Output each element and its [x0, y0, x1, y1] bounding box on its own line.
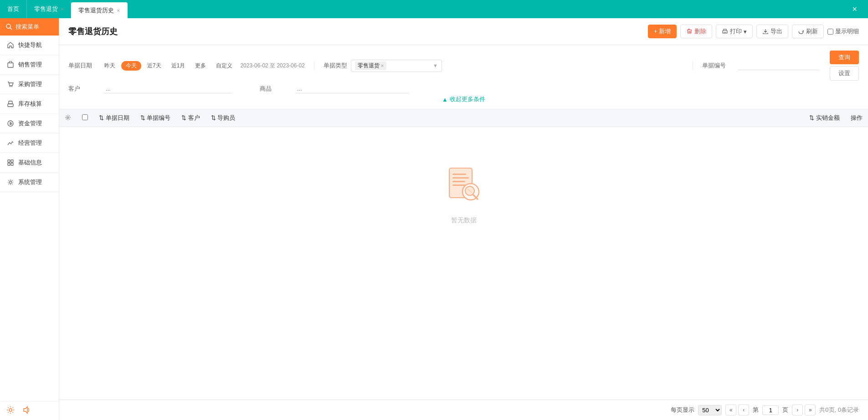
- sidebar-item-inventory-label: 库存核算: [18, 100, 42, 108]
- volume-icon[interactable]: [22, 406, 30, 415]
- date-filter-buttons: 昨天 今天 近7天 近1月 更多 自定义 2023-06-02 至 2023-0…: [100, 61, 305, 71]
- date-btn-custom[interactable]: 自定义: [212, 61, 236, 71]
- table-area: ⇅ 单据日期 ⇅ 单据编号 ⇅ 客户 ⇅ 导购员 ⇅: [59, 109, 868, 400]
- sidebar-item-purchase[interactable]: 采购管理: [0, 75, 59, 94]
- page-title: 零售退货历史: [68, 26, 118, 37]
- operations-icon: [6, 139, 15, 147]
- svg-rect-11: [11, 163, 13, 165]
- page-number-input[interactable]: [762, 405, 779, 415]
- col-settings[interactable]: [59, 109, 77, 127]
- filter-area: 单据日期 昨天 今天 近7天 近1月 更多 自定义 2023-06-02 至 2…: [59, 45, 868, 109]
- tab-retail-return-history-label: 零售退货历史: [78, 6, 114, 15]
- print-label: 打印: [730, 27, 742, 36]
- print-dropdown-icon[interactable]: ▾: [744, 28, 747, 35]
- tab-retail-return-history-close[interactable]: ×: [117, 8, 119, 13]
- sidebar-item-inventory[interactable]: 库存核算: [0, 94, 59, 114]
- export-button[interactable]: 导出: [756, 25, 788, 38]
- col-action: 操作: [845, 109, 868, 127]
- type-tag-remove[interactable]: ×: [381, 63, 384, 68]
- window-close-button[interactable]: ×: [848, 3, 861, 16]
- select-all-checkbox[interactable]: [82, 114, 88, 120]
- svg-point-0: [6, 24, 10, 28]
- toolbar: + 新增 删除 打印 ▾ 导出 刷新: [648, 25, 859, 38]
- print-button[interactable]: 打印 ▾: [716, 25, 753, 38]
- order-no-input[interactable]: [738, 61, 820, 70]
- tab-retail-return-history[interactable]: 零售退货历史 ×: [71, 2, 127, 18]
- prev-page-button[interactable]: ‹: [738, 405, 749, 415]
- sidebar-item-quick-nav-label: 快捷导航: [18, 41, 42, 49]
- svg-rect-9: [11, 160, 13, 162]
- goods-input[interactable]: [295, 84, 409, 93]
- svg-point-13: [9, 409, 12, 411]
- sidebar-item-finance-label: 资金管理: [18, 119, 42, 128]
- date-btn-more[interactable]: 更多: [191, 61, 210, 71]
- page-word: 第: [751, 406, 760, 414]
- sidebar-item-quick-nav[interactable]: 快捷导航: [0, 36, 59, 55]
- tab-bar: 首页 零售退货 × 零售退货历史 ×: [0, 0, 848, 18]
- set-button[interactable]: 设置: [830, 66, 859, 81]
- sidebar-item-basic-info[interactable]: 基础信息: [0, 153, 59, 173]
- filter-divider-1: [314, 61, 314, 70]
- date-range-display: 2023-06-02 至 2023-06-02: [240, 62, 304, 70]
- next-page-button[interactable]: ›: [792, 405, 803, 415]
- col-customer[interactable]: ⇅ 客户: [176, 109, 205, 127]
- collapse-arrow-icon: ▲: [442, 96, 448, 103]
- tab-retail-return[interactable]: 零售退货 ×: [27, 0, 71, 18]
- col-checkbox[interactable]: [77, 109, 93, 127]
- svg-point-3: [10, 86, 10, 87]
- svg-rect-15: [723, 31, 727, 33]
- sidebar-item-finance[interactable]: 资金管理: [0, 114, 59, 133]
- page-size-select[interactable]: 10 20 50 100: [698, 405, 722, 415]
- date-btn-today[interactable]: 今天: [121, 61, 141, 71]
- col-action-label: 操作: [851, 114, 863, 121]
- svg-rect-2: [8, 63, 13, 67]
- sidebar-item-purchase-label: 采购管理: [18, 80, 42, 88]
- collapse-button[interactable]: ▲ 收起更多条件: [442, 95, 485, 103]
- delete-label: 删除: [694, 27, 706, 36]
- sidebar-item-system[interactable]: 系统管理: [0, 173, 59, 192]
- top-bar-right: ×: [848, 3, 868, 16]
- empty-state: 暂无数据: [59, 127, 868, 261]
- delete-button[interactable]: 删除: [680, 25, 712, 38]
- tab-home[interactable]: 首页: [0, 0, 27, 18]
- date-btn-1month[interactable]: 近1月: [167, 61, 190, 71]
- refresh-icon: [798, 28, 804, 35]
- svg-point-16: [67, 117, 69, 118]
- refresh-button[interactable]: 刷新: [792, 25, 824, 38]
- col-amount[interactable]: ⇅ 实销金额: [804, 109, 845, 127]
- date-btn-yesterday[interactable]: 昨天: [100, 61, 119, 71]
- col-date[interactable]: ⇅ 单据日期: [93, 109, 135, 127]
- type-select-dropdown[interactable]: 零售退货 × ▼: [351, 60, 442, 72]
- tab-retail-return-label: 零售退货: [34, 5, 58, 13]
- empty-state-icon: [441, 164, 487, 209]
- col-order-no[interactable]: ⇅ 单据编号: [135, 109, 176, 127]
- col-guide[interactable]: ⇅ 导购员: [205, 109, 241, 127]
- tab-retail-return-close[interactable]: ×: [61, 6, 63, 12]
- sidebar-item-sales[interactable]: 销售管理: [0, 55, 59, 75]
- query-button[interactable]: 查询: [830, 51, 859, 64]
- col-order-no-label: ⇅ 单据编号: [140, 114, 171, 121]
- inventory-icon: [6, 100, 15, 108]
- data-table: ⇅ 单据日期 ⇅ 单据编号 ⇅ 客户 ⇅ 导购员 ⇅: [59, 109, 868, 127]
- order-no-label: 单据编号: [702, 61, 734, 70]
- new-button[interactable]: + 新增: [648, 25, 677, 38]
- table-header: ⇅ 单据日期 ⇅ 单据编号 ⇅ 客户 ⇅ 导购员 ⇅: [59, 109, 868, 127]
- first-page-button[interactable]: «: [725, 405, 736, 415]
- settings-icon[interactable]: [6, 406, 15, 415]
- date-filter-label: 单据日期: [68, 61, 100, 70]
- last-page-button[interactable]: »: [805, 405, 816, 415]
- sidebar-item-operations[interactable]: 经营管理: [0, 133, 59, 153]
- svg-rect-18: [452, 174, 466, 175]
- display-detail-checkbox[interactable]: [827, 29, 833, 35]
- export-label: 导出: [770, 27, 782, 36]
- page-unit: 页: [781, 406, 790, 414]
- customer-input[interactable]: [104, 84, 231, 93]
- date-btn-7days[interactable]: 近7天: [143, 61, 165, 71]
- delete-icon: [686, 28, 693, 35]
- search-icon: [5, 23, 13, 31]
- tab-home-label: 首页: [7, 5, 19, 13]
- svg-point-12: [10, 181, 12, 184]
- export-icon: [762, 28, 769, 35]
- sales-icon: [6, 61, 15, 69]
- search-menu-button[interactable]: 搜索菜单: [0, 18, 59, 36]
